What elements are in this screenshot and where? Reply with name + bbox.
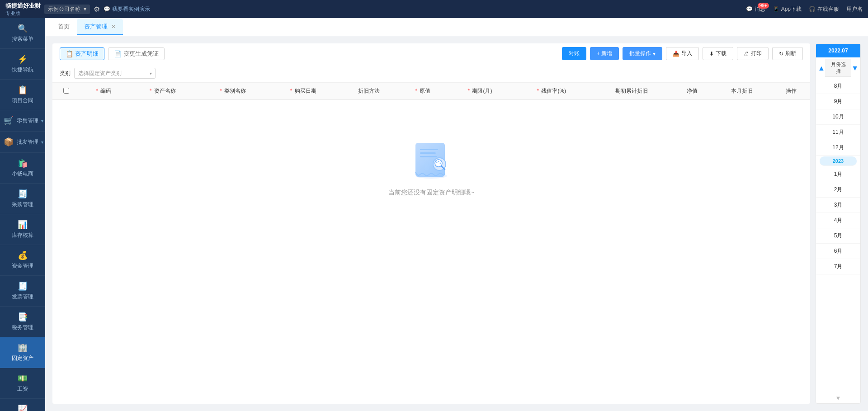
tab-close-icon[interactable]: ✕ <box>111 24 116 30</box>
svg-rect-4 <box>420 152 436 154</box>
top-bar: 畅捷通好业财 专业版 示例公司名称 ▾ ⚙ 💬 我要看实例演示 💬 消息 99+… <box>0 0 868 18</box>
page-content: 📋 资产明细 📄 变更生成凭证 对账 + 新增 批量操作 ▾ <box>45 36 868 411</box>
category-filter-wrap: 选择固定资产类别 ▾ <box>74 68 156 79</box>
sidebar-item-wholesale[interactable]: 📦 批发管理 ▾ <box>0 132 45 153</box>
retail-icon: 🛒 <box>4 116 14 126</box>
asset-table: * 编码 * 资产名称 * 类别名称 <box>52 83 810 100</box>
col-name: * 资产名称 <box>127 83 198 100</box>
subtab-voucher-label: 变更生成凭证 <box>123 50 159 58</box>
user-menu[interactable]: 用户名 <box>846 5 863 13</box>
month-item-6[interactable]: 6月 <box>816 244 860 259</box>
message-button[interactable]: 💬 消息 99+ <box>746 5 765 13</box>
download-button[interactable]: ⬇ 下载 <box>703 47 733 60</box>
svg-rect-3 <box>420 149 438 150</box>
sidebar-item-operation[interactable]: 📈 经营管理 <box>0 399 45 411</box>
month-item-1[interactable]: 1月 <box>816 167 860 182</box>
finance-icon: 💰 <box>18 250 28 260</box>
salary-icon: 💵 <box>18 373 28 383</box>
add-new-button[interactable]: + 新增 <box>590 47 619 60</box>
tab-assets-mgmt[interactable]: 资产管理 ✕ <box>77 19 123 35</box>
col-depreciation-method: 折旧方法 <box>338 83 399 100</box>
month-item-8[interactable]: 8月 <box>816 79 860 94</box>
operation-icon: 📈 <box>18 404 28 411</box>
month-item-4[interactable]: 4月 <box>816 213 860 228</box>
print-icon: 🖨 <box>744 51 749 57</box>
sidebar-label-invoice: 发票管理 <box>12 293 33 301</box>
sidebar-item-assets[interactable]: 🏢 固定资产 <box>0 337 45 368</box>
empty-illustration <box>404 136 458 181</box>
select-all-checkbox[interactable] <box>63 88 69 94</box>
download-icon: ⬇ <box>709 51 714 57</box>
sidebar-item-retail[interactable]: 🛒 零售管理 ▾ <box>0 110 45 132</box>
app-download-button[interactable]: 📱 App下载 <box>773 5 802 13</box>
col-accumulated-depreciation: 期初累计折旧 <box>590 83 674 100</box>
refresh-icon: ↻ <box>779 51 783 57</box>
batch-ops-button[interactable]: 批量操作 ▾ <box>623 47 662 60</box>
quicknav-icon: ⚡ <box>18 54 28 64</box>
month-item-9[interactable]: 9月 <box>816 94 860 109</box>
month-item-7[interactable]: 7月 <box>816 259 860 274</box>
sidebar-item-tax[interactable]: 📑 税务管理 <box>0 307 45 337</box>
month-item-3[interactable]: 3月 <box>816 198 860 213</box>
sidebar-item-inventory[interactable]: 📊 库存核算 <box>0 214 45 245</box>
col-category: * 类别名称 <box>198 83 268 100</box>
sidebar-item-project[interactable]: 📋 项目合同 <box>0 80 45 110</box>
category-select[interactable]: 选择固定资产类别 <box>74 68 156 79</box>
col-original-value: * 原值 <box>399 83 447 100</box>
svg-point-11 <box>440 163 441 164</box>
retail-arrow-icon: ▾ <box>41 118 43 123</box>
sidebar-label-salary: 工资 <box>17 385 28 393</box>
month-panel-nav: ▲ 月份选择 ▼ <box>816 57 860 79</box>
message-icon: 💬 <box>746 6 753 12</box>
tab-bar: 首页 资产管理 ✕ <box>45 18 868 36</box>
main-layout: 🔍 搜索菜单 ⚡ 快捷导航 📋 项目合同 🛒 零售管理 ▾ 📦 批发管理 ▾ 🛍… <box>0 18 868 411</box>
online-service-button[interactable]: 🎧 在线客服 <box>809 5 839 13</box>
asset-table-wrap: * 编码 * 资产名称 * 类别名称 <box>52 83 810 404</box>
sidebar-label-purchase: 采购管理 <box>12 201 33 208</box>
subtab-detail[interactable]: 📋 资产明细 <box>60 47 104 60</box>
sidebar-item-finance[interactable]: 💰 资金管理 <box>0 245 45 276</box>
month-next-btn[interactable]: ▼ <box>851 59 859 77</box>
company-dropdown-icon: ▾ <box>84 6 86 12</box>
message-badge: 99+ <box>758 3 769 9</box>
col-operation: 操作 <box>772 83 810 100</box>
wholesale-arrow-icon: ▾ <box>41 140 43 145</box>
month-list: 8月 9月 10月 11月 12月 2023 1月 2月 3月 4月 5月 6月… <box>816 79 860 393</box>
col-monthly-depreciation: 本月折旧 <box>711 83 772 100</box>
inventory-icon: 📊 <box>18 220 28 230</box>
year-2023-label: 2023 <box>820 156 857 166</box>
top-bar-left: 畅捷通好业财 专业版 示例公司名称 ▾ ⚙ 💬 我要看实例演示 <box>5 2 150 17</box>
month-item-5[interactable]: 5月 <box>816 228 860 244</box>
month-panel-down-icon[interactable]: ▼ <box>816 393 860 403</box>
invoice-icon: 🧾 <box>18 281 28 291</box>
svg-point-9 <box>436 162 438 163</box>
subtab-voucher[interactable]: 📄 变更生成凭证 <box>108 47 165 60</box>
import-button[interactable]: 📥 导入 <box>666 47 699 60</box>
reconcile-button[interactable]: 对账 <box>562 47 586 60</box>
sub-tabs: 📋 资产明细 📄 变更生成凭证 对账 + 新增 批量操作 ▾ <box>52 43 810 64</box>
company-selector[interactable]: 示例公司名称 ▾ <box>44 5 90 14</box>
sidebar-item-salary[interactable]: 💵 工资 <box>0 368 45 399</box>
batch-dropdown-icon: ▾ <box>653 51 656 57</box>
month-item-11[interactable]: 11月 <box>816 125 860 140</box>
sidebar: 🔍 搜索菜单 ⚡ 快捷导航 📋 项目合同 🛒 零售管理 ▾ 📦 批发管理 ▾ 🛍… <box>0 18 45 411</box>
print-button[interactable]: 🖨 打印 <box>737 47 769 60</box>
settings-icon[interactable]: ⚙ <box>94 5 100 14</box>
sidebar-label-project: 项目合同 <box>12 97 33 104</box>
col-period: * 期限(月) <box>447 83 513 100</box>
tab-home[interactable]: 首页 <box>51 19 77 35</box>
sidebar-label-tax: 税务管理 <box>12 324 33 331</box>
month-item-2[interactable]: 2月 <box>816 182 860 198</box>
month-item-12[interactable]: 12月 <box>816 140 860 156</box>
sidebar-item-purchase[interactable]: 🧾 采购管理 <box>0 184 45 214</box>
sidebar-item-invoice[interactable]: 🧾 发票管理 <box>0 276 45 307</box>
demo-link[interactable]: 💬 我要看实例演示 <box>104 5 150 13</box>
sidebar-item-ecommerce[interactable]: 🛍️ 小畅电商 <box>0 153 45 184</box>
month-panel-label: 月份选择 <box>825 59 851 77</box>
month-prev-btn[interactable]: ▲ <box>818 59 825 77</box>
sidebar-item-quicknav[interactable]: ⚡ 快捷导航 <box>0 49 45 80</box>
month-item-10[interactable]: 10月 <box>816 109 860 125</box>
sidebar-item-search[interactable]: 🔍 搜索菜单 <box>0 18 45 49</box>
refresh-button[interactable]: ↻ 刷新 <box>772 47 803 60</box>
col-checkbox <box>52 83 80 100</box>
